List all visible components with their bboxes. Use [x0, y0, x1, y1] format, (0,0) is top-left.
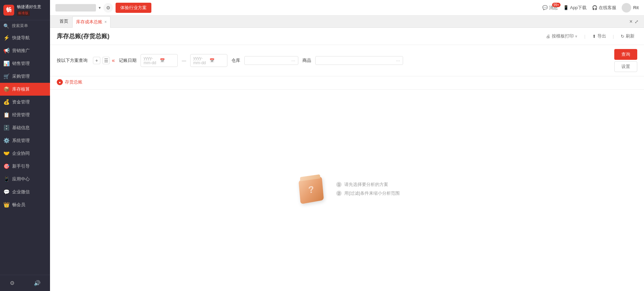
warehouse-label: 仓库 — [231, 57, 240, 64]
nav-label-basic: 基础信息 — [12, 125, 47, 131]
sidebar-item-marketing[interactable]: 📢 营销推广 — [0, 44, 50, 57]
print-btn[interactable]: 🖨 按模板打印 ▾ — [543, 32, 580, 41]
topbar-settings-btn[interactable]: ⚙ — [103, 3, 113, 13]
nav-icon-system: ⚙️ — [3, 138, 9, 144]
nav-icon-sales: 📊 — [3, 60, 9, 67]
user-name: Rit — [633, 5, 639, 10]
page-header-actions: 🖨 按模板打印 ▾ | ⬆ 导出 | ↻ 刷新 — [543, 32, 637, 41]
topbar-dropdown-btn[interactable]: ▾ — [99, 5, 101, 10]
sidebar-item-system[interactable]: ⚙️ 系统管理 — [0, 134, 50, 147]
nav-label-purchase: 采购管理 — [12, 73, 47, 79]
config-icon: ☰ — [104, 58, 108, 63]
sidebar-item-finance[interactable]: 💰 资金管理 — [0, 96, 50, 108]
nav-label-enterprise: 企业协同 — [12, 150, 47, 156]
sidebar-item-basic[interactable]: 🗄️ 基础信息 — [0, 121, 50, 134]
refresh-btn[interactable]: ↻ 刷新 — [618, 32, 637, 41]
plus-icon: + — [95, 58, 98, 63]
filter-bar: 按以下方案查询 + ☰ « 记账日期 yyyy-mm — [50, 45, 644, 76]
filter-add-btn[interactable]: + — [93, 57, 100, 64]
empty-content: 1 请先选择要分析的方案 2 用[过滤]条件来缩小分析范围 — [294, 173, 399, 207]
sidebar-item-purchase[interactable]: 🛒 采购管理 — [0, 70, 50, 83]
tab-close-all-btn[interactable]: × — [629, 19, 633, 25]
date-separator: — — [182, 58, 186, 63]
headset-icon: 🎧 — [592, 5, 597, 10]
sidebar-item-vip[interactable]: 👑 畅会员 — [0, 198, 50, 211]
home-tab-label: 首页 — [59, 18, 68, 24]
query-btn[interactable]: 查询 — [614, 49, 637, 60]
tab-actions: × ⤢ — [629, 19, 639, 25]
logo-text: 畅捷通好生意 标准版 — [17, 4, 41, 16]
goods-select[interactable]: ··· — [315, 56, 403, 65]
search-icon: 🔍 — [3, 23, 9, 29]
topbar: ▾ ⚙ 体验行业方案 💬 消息 99+ 📱 App下载 🎧 在线客服 Ri — [50, 0, 644, 16]
sidebar: 畅 畅捷通好生意 标准版 🔍 搜索菜单 ⚡ 快捷导航 📢 营销推广 📊 销售管理… — [0, 0, 50, 291]
empty-state: 1 请先选择要分析的方案 2 用[过滤]条件来缩小分析范围 — [50, 90, 644, 291]
sidebar-bottom: ⚙ 🔊 — [0, 275, 50, 291]
nav-icon-marketing: 📢 — [3, 48, 9, 54]
export-label: 导出 — [597, 33, 606, 39]
online-support-label: 在线客服 — [599, 5, 616, 11]
calendar-icon: 📅 — [160, 58, 175, 63]
active-tab-label: 库存成本总账 — [76, 19, 102, 25]
sidebar-item-apps[interactable]: 📱 应用中心 — [0, 173, 50, 186]
tab-inventory-ledger[interactable]: 库存成本总账 × — [72, 16, 110, 28]
filter-label: 按以下方案查询 — [57, 57, 88, 64]
empty-illustration — [294, 173, 328, 207]
nav-icon-enterprise: 🤝 — [3, 150, 9, 156]
industry-btn[interactable]: 体验行业方案 — [116, 3, 151, 13]
sidebar-item-sales[interactable]: 📊 销售管理 — [0, 57, 50, 70]
filter-config-btn[interactable]: ☰ — [102, 57, 110, 64]
step1-badge: 1 — [336, 182, 342, 187]
step2-badge: 2 — [336, 191, 342, 196]
scheme-icon: ● — [57, 79, 63, 85]
sidebar-item-inventory[interactable]: 📦 库存核算 — [0, 83, 50, 96]
app-logo: 畅 畅捷通好生意 标准版 — [0, 0, 50, 20]
message-icon: 💬 — [542, 5, 548, 10]
app-download-btn[interactable]: 📱 App下载 — [563, 5, 587, 11]
filter-fields: 记账日期 yyyy-mm-dd 📅 — yyyy-mm-dd 📅 仓库 ·· — [119, 54, 610, 67]
tab-expand-btn[interactable]: ⤢ — [635, 19, 639, 24]
warehouse-select[interactable]: ··· — [244, 56, 298, 65]
date-start-input[interactable]: yyyy-mm-dd 📅 — [141, 54, 178, 67]
nav-label-system: 系统管理 — [12, 138, 47, 144]
sidebar-audio-btn[interactable]: 🔊 — [32, 278, 43, 288]
user-info[interactable]: Rit — [622, 3, 639, 13]
sidebar-item-operations[interactable]: 📋 经营管理 — [0, 108, 50, 121]
topbar-right: 💬 消息 99+ 📱 App下载 🎧 在线客服 Rit — [542, 3, 639, 13]
date-label: 记账日期 — [119, 57, 137, 64]
nav-icon-inventory: 📦 — [3, 86, 9, 92]
sidebar-settings-btn[interactable]: ⚙ — [8, 278, 17, 288]
goods-more-icon: ··· — [396, 58, 400, 63]
nav-label-wechat: 企业微信 — [12, 189, 47, 195]
page-header: 库存总账(存货总账) 🖨 按模板打印 ▾ | ⬆ 导出 | ↻ 刷新 — [50, 28, 644, 45]
tab-close-btn[interactable]: × — [104, 20, 107, 24]
hint2-text: 用[过滤]条件来缩小分析范围 — [344, 190, 399, 196]
print-dropdown-icon: ▾ — [575, 34, 577, 39]
sidebar-item-enterprise[interactable]: 🤝 企业协同 — [0, 147, 50, 160]
nav-label-marketing: 营销推广 — [12, 48, 47, 54]
date-end-input[interactable]: yyyy-mm-dd 📅 — [190, 54, 227, 67]
nav-icon-newbie: 🎯 — [3, 163, 9, 169]
message-btn[interactable]: 💬 消息 99+ — [542, 5, 558, 11]
scheme-item[interactable]: ● 存货总账 — [57, 79, 82, 85]
refresh-label: 刷新 — [626, 33, 635, 39]
sidebar-item-quick-nav[interactable]: ⚡ 快捷导航 — [0, 31, 50, 44]
page: 库存总账(存货总账) 🖨 按模板打印 ▾ | ⬆ 导出 | ↻ 刷新 — [50, 28, 644, 291]
tab-home[interactable]: 首页 — [55, 16, 72, 28]
settings-btn[interactable]: 设置 — [614, 61, 637, 72]
sidebar-search[interactable]: 🔍 搜索菜单 — [0, 20, 50, 31]
export-icon: ⬆ — [592, 34, 596, 39]
nav-label-apps: 应用中心 — [12, 176, 47, 182]
nav-icon-vip: 👑 — [3, 202, 9, 208]
sidebar-item-wechat[interactable]: 💬 企业微信 — [0, 186, 50, 198]
nav-icon-apps: 📱 — [3, 176, 9, 182]
sidebar-item-newbie[interactable]: 🎯 新手引导 — [0, 160, 50, 173]
query-settings-col: 查询 设置 — [614, 49, 637, 72]
nav-label-newbie: 新手引导 — [12, 163, 47, 169]
empty-box-graphic — [299, 176, 324, 204]
online-support-btn[interactable]: 🎧 在线客服 — [592, 5, 616, 11]
export-btn[interactable]: ⬆ 导出 — [590, 32, 609, 41]
nav-icon-quick-nav: ⚡ — [3, 35, 9, 41]
filter-collapse-btn[interactable]: « — [112, 57, 115, 64]
message-badge: 99+ — [552, 3, 561, 7]
